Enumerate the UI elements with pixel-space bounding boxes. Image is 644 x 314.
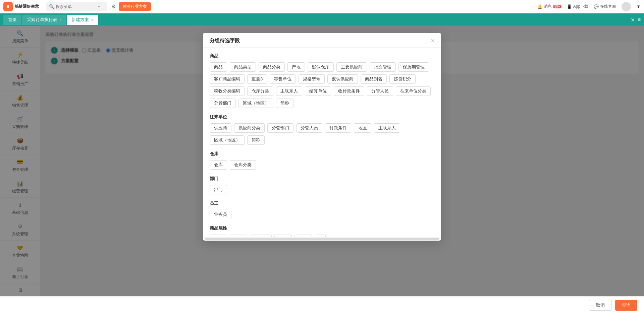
field-tag[interactable]: 分管部门 xyxy=(210,99,236,108)
logo-icon: 6 xyxy=(3,2,13,11)
section-dept-title: 部门 xyxy=(210,176,434,182)
field-tag[interactable]: 简称 xyxy=(276,99,293,108)
field-tag[interactable]: 规格型号 xyxy=(299,74,325,84)
settings-icon[interactable]: ⚙ xyxy=(111,3,116,10)
logo-text: 畅捷通好生意 xyxy=(15,4,39,9)
field-tag[interactable]: 简称 xyxy=(247,135,265,145)
field-tag[interactable]: 部门 xyxy=(210,185,227,194)
search-bar[interactable]: 🔍 ▼ xyxy=(46,2,107,11)
section-employee-title: 员工 xyxy=(210,200,434,206)
field-tag[interactable]: 颜色 xyxy=(230,235,247,237)
logo-area: 6 畅捷通好生意 xyxy=(3,2,44,11)
service-icon: 💬 xyxy=(594,4,599,9)
tab-new-scheme[interactable]: 新建方案 × xyxy=(67,15,98,25)
field-tag[interactable]: 鞋码 xyxy=(294,235,312,237)
section-product-attr-title: 商品属性 xyxy=(210,225,434,231)
notification-icon: 🔔 xyxy=(537,4,542,9)
nav-close-icon[interactable]: ✕ xyxy=(631,17,635,23)
field-tag[interactable]: 多规格 xyxy=(250,235,272,237)
field-tag[interactable]: 仓库分类 xyxy=(247,86,273,96)
modal-field-selector: 分组待选字段 × 商品 商品 商品类型 商品分类 产地 默认仓库 主要供应商 批… xyxy=(203,33,441,241)
field-tag[interactable]: 仓库分类 xyxy=(230,160,256,170)
field-tag[interactable]: 商品 xyxy=(210,62,227,72)
tab-home-label: 首页 xyxy=(8,17,17,23)
notification-badge: 99+ xyxy=(553,5,561,8)
tab-purchase-order-close[interactable]: × xyxy=(59,18,61,22)
tab-home[interactable]: 首页 xyxy=(3,15,21,25)
download-icon: 📱 xyxy=(567,4,572,9)
field-tag[interactable]: 供应商分类 xyxy=(234,123,265,133)
section-product-tags: 商品 商品类型 商品分类 产地 默认仓库 主要供应商 批次管理 保质期管理 客户… xyxy=(210,62,434,108)
field-tag[interactable]: 重量3 xyxy=(247,74,267,84)
field-tag[interactable]: 分管部门 xyxy=(267,123,293,133)
section-warehouse-title: 仓库 xyxy=(210,151,434,157)
nav-more-icon[interactable]: ≡ xyxy=(638,17,641,23)
tab-new-scheme-close[interactable]: × xyxy=(91,18,93,22)
section-product-title: 商品 xyxy=(210,53,434,59)
field-tag[interactable]: 商品分类 xyxy=(259,62,285,72)
app-download-area[interactable]: 📱 App下载 xyxy=(567,4,588,9)
field-tag[interactable]: 收付款条件 xyxy=(334,86,364,96)
download-label: App下载 xyxy=(573,4,588,9)
experience-button[interactable]: 体验行业方案 xyxy=(119,2,151,11)
modal-body: 商品 商品 商品类型 商品分类 产地 默认仓库 主要供应商 批次管理 保质期管理… xyxy=(203,48,441,237)
service-label: 在线客服 xyxy=(600,4,616,9)
modal-close-button[interactable]: × xyxy=(431,38,434,44)
top-header: 6 畅捷通好生意 🔍 ▼ ⚙ 体验行业方案 🔔 消息 99+ 📱 App下载 💬… xyxy=(0,0,644,13)
section-warehouse: 仓库 仓库 仓库分类 xyxy=(210,151,434,170)
section-partner: 往来单位 供应商 供应商分类 分管部门 分管人员 付款条件 地区 主联系人 区域… xyxy=(210,114,434,145)
field-tag[interactable]: 默认供应商 xyxy=(327,74,358,84)
field-tag[interactable]: 批次管理 xyxy=(370,62,396,72)
section-warehouse-tags: 仓库 仓库分类 xyxy=(210,160,434,170)
field-tag[interactable]: 供应商 xyxy=(210,123,231,133)
section-product-attr: 商品属性 属性 颜色 多规格 尺码 鞋码 1 xyxy=(210,225,434,237)
field-tag[interactable]: 零售单位 xyxy=(270,74,296,84)
field-tag[interactable]: 主联系人 xyxy=(276,86,302,96)
tab-new-scheme-label: 新建方案 xyxy=(71,17,89,23)
field-tag[interactable]: 客户商品编码 xyxy=(210,74,245,84)
section-employee: 员工 业务员 xyxy=(210,200,434,219)
tab-purchase-order[interactable]: 采购订单执行表 × xyxy=(22,15,66,25)
field-tag[interactable]: 税收分类编码 xyxy=(210,86,245,96)
field-tag[interactable]: 拣货积分 xyxy=(389,74,416,84)
cancel-button[interactable]: 取消 xyxy=(589,300,612,311)
field-tag[interactable]: 分管人员 xyxy=(296,123,322,133)
field-tag[interactable]: 主要供应商 xyxy=(336,62,367,72)
modal-overlay: 分组待选字段 × 商品 商品 商品类型 商品分类 产地 默认仓库 主要供应商 批… xyxy=(0,26,644,314)
avatar[interactable] xyxy=(622,2,631,11)
field-tag[interactable]: 地区 xyxy=(354,123,371,133)
field-tag[interactable]: 商品别名 xyxy=(361,74,387,84)
search-input[interactable] xyxy=(56,4,96,9)
field-tag[interactable]: 区域（地区） xyxy=(210,135,245,145)
field-tag[interactable]: 主联系人 xyxy=(374,123,400,133)
field-tag[interactable]: 默认仓库 xyxy=(308,62,334,72)
field-tag[interactable]: 尺码 xyxy=(274,235,292,237)
field-tag[interactable]: 1 xyxy=(315,235,326,237)
field-tag[interactable]: 商品类型 xyxy=(230,62,256,72)
field-tag[interactable]: 产地 xyxy=(287,62,305,72)
user-expand-icon[interactable]: ▼ xyxy=(636,4,641,9)
section-dept: 部门 部门 xyxy=(210,176,434,194)
field-tag[interactable]: 保质期管理 xyxy=(398,62,429,72)
tab-purchase-order-label: 采购订单执行表 xyxy=(27,17,57,23)
field-tag[interactable]: 区域（地区） xyxy=(238,99,273,108)
nav-tabs: 首页 采购订单执行表 × 新建方案 × ✕ ≡ xyxy=(0,13,644,26)
logo-abbr: 6 xyxy=(7,4,9,9)
section-partner-title: 往来单位 xyxy=(210,114,434,120)
field-tag[interactable]: 属性 xyxy=(210,235,227,237)
modal-header: 分组待选字段 × xyxy=(203,33,441,48)
section-partner-tags: 供应商 供应商分类 分管部门 分管人员 付款条件 地区 主联系人 区域（地区） … xyxy=(210,123,434,145)
field-tag[interactable]: 往来单位分类 xyxy=(396,86,431,96)
online-service-area[interactable]: 💬 在线客服 xyxy=(594,4,616,9)
field-tag[interactable]: 业务员 xyxy=(210,210,231,219)
notification-area[interactable]: 🔔 消息 99+ xyxy=(537,4,561,9)
section-product-attr-tags: 属性 颜色 多规格 尺码 鞋码 1 xyxy=(210,235,434,237)
nav-tabs-right: ✕ ≡ xyxy=(631,17,641,23)
confirm-button[interactable]: 查询 xyxy=(615,300,637,311)
modal-horizontal-scrollbar[interactable] xyxy=(203,237,441,241)
field-tag[interactable]: 结算单位 xyxy=(305,86,331,96)
field-tag[interactable]: 仓库 xyxy=(210,160,227,170)
field-tag[interactable]: 付款条件 xyxy=(325,123,351,133)
field-tag[interactable]: 分管人员 xyxy=(367,86,393,96)
section-dept-tags: 部门 xyxy=(210,185,434,194)
